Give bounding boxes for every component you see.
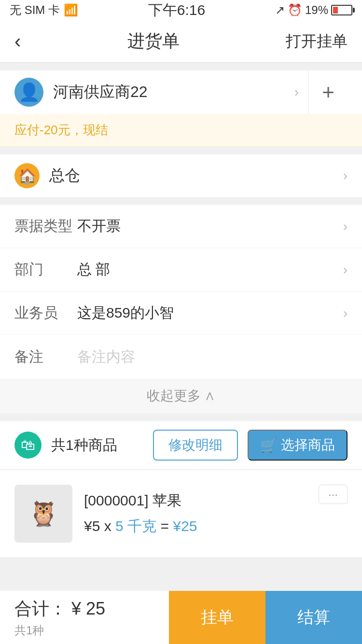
- warehouse-chevron-icon: ›: [343, 168, 348, 183]
- warehouse-icon: 🏠: [18, 168, 36, 184]
- product-unit: 千克: [127, 518, 156, 534]
- supplier-name: 河南供应商22: [53, 82, 285, 103]
- product-price: ¥5 x 5 千克 = ¥25: [84, 517, 307, 536]
- department-chevron-icon: ›: [343, 262, 348, 278]
- section-gap-2: [0, 147, 362, 154]
- total-amount: 合计： ¥ 25: [14, 597, 154, 621]
- salesperson-label: 业务员: [14, 303, 77, 323]
- product-count-label: 共1种商品: [51, 435, 143, 455]
- battery-percent: 19%: [305, 3, 328, 17]
- warehouse-icon-wrap: 🏠: [14, 163, 40, 188]
- battery-icon: [331, 5, 352, 15]
- alarm-icon: ⏰: [288, 3, 302, 17]
- department-value: 总 部: [77, 260, 343, 280]
- invoice-type-label: 票据类型: [14, 216, 77, 236]
- remark-row[interactable]: 备注 备注内容: [0, 335, 362, 378]
- footer-total-area: 合计： ¥ 25 共1种: [0, 597, 169, 638]
- product-info: [0000001] 苹果 ¥5 x 5 千克 = ¥25: [84, 491, 307, 536]
- product-icon: 🛍: [21, 437, 35, 453]
- department-row[interactable]: 部门 总 部 ›: [0, 248, 362, 292]
- supplier-chevron-icon: ›: [294, 84, 299, 100]
- section-gap-3: [0, 197, 362, 205]
- product-total: ¥25: [173, 518, 197, 534]
- invoice-type-value: 不开票: [77, 216, 343, 236]
- warehouse-label: 总仓: [49, 165, 343, 186]
- select-product-button[interactable]: 🛒 选择商品: [248, 430, 348, 461]
- department-label: 部门: [14, 260, 77, 280]
- status-carrier: 无 SIM 卡 📶: [10, 2, 78, 18]
- warehouse-row[interactable]: 🏠 总仓 ›: [0, 154, 362, 197]
- product-unit-price: ¥5: [84, 518, 100, 534]
- select-product-label: 选择商品: [281, 436, 335, 454]
- product-name: [0000001] 苹果: [84, 491, 307, 511]
- back-button[interactable]: ‹: [14, 30, 21, 52]
- carrier-text: 无 SIM 卡: [10, 2, 60, 18]
- supplier-main[interactable]: 👤 河南供应商22 ›: [14, 70, 309, 114]
- product-icon-wrap: 🛍: [14, 432, 42, 459]
- status-time: 下午6:16: [148, 0, 205, 20]
- footer: 合计： ¥ 25 共1种 挂单 结算: [0, 591, 362, 644]
- product-card: 🦉 [0000001] 苹果 ¥5 x 5 千克 = ¥25 ···: [0, 470, 362, 557]
- product-multiply: x: [104, 518, 115, 534]
- total-count: 共1种: [14, 623, 154, 638]
- invoice-type-chevron-icon: ›: [343, 219, 348, 234]
- collapse-row[interactable]: 收起更多 ∧: [0, 378, 362, 413]
- supplier-section: 👤 河南供应商22 › +: [0, 70, 362, 114]
- section-gap-1: [0, 63, 362, 70]
- product-title: 苹果: [153, 492, 181, 508]
- cart-icon: 🛒: [260, 437, 277, 453]
- product-more-button[interactable]: ···: [319, 485, 348, 504]
- collapse-label: 收起更多 ∧: [147, 387, 216, 405]
- invoice-type-row[interactable]: 票据类型 不开票 ›: [0, 205, 362, 248]
- remark-placeholder: 备注内容: [77, 347, 348, 367]
- product-quantity: 5: [115, 518, 124, 534]
- battery-fill: [333, 7, 338, 14]
- salesperson-row[interactable]: 业务员 这是859的小智 ›: [0, 292, 362, 335]
- product-thumbnail: 🦉: [14, 485, 72, 543]
- wifi-icon: 📶: [64, 3, 78, 17]
- section-gap-4: [0, 413, 362, 421]
- avatar: 👤: [14, 78, 43, 107]
- supplier-notice: 应付-20元，现结: [0, 114, 362, 147]
- nav-bar: ‹ 进货单 打开挂单: [0, 20, 362, 63]
- settle-button[interactable]: 结算: [265, 591, 362, 644]
- add-supplier-button[interactable]: +: [309, 80, 348, 104]
- open-pending-button[interactable]: 打开挂单: [286, 31, 348, 52]
- total-label: 合计：: [14, 599, 67, 618]
- product-equals: =: [160, 518, 173, 534]
- status-bar: 无 SIM 卡 📶 下午6:16 ↗ ⏰ 19%: [0, 0, 362, 20]
- product-header: 🛍 共1种商品 修改明细 🛒 选择商品: [0, 421, 362, 469]
- person-icon: 👤: [18, 82, 40, 102]
- form-section: 票据类型 不开票 › 部门 总 部 › 业务员 这是859的小智 › 备注 备注…: [0, 205, 362, 378]
- hang-order-button[interactable]: 挂单: [169, 591, 265, 644]
- status-right: ↗ ⏰ 19%: [275, 3, 352, 17]
- remark-label: 备注: [14, 347, 77, 367]
- edit-detail-button[interactable]: 修改明细: [153, 430, 238, 461]
- salesperson-chevron-icon: ›: [343, 306, 348, 321]
- salesperson-value: 这是859的小智: [77, 303, 343, 323]
- total-value: ¥ 25: [71, 599, 105, 618]
- location-icon: ↗: [275, 3, 285, 17]
- product-thumb-icon: 🦉: [28, 500, 58, 528]
- product-id: [0000001]: [84, 492, 148, 508]
- page-title: 进货单: [127, 29, 180, 53]
